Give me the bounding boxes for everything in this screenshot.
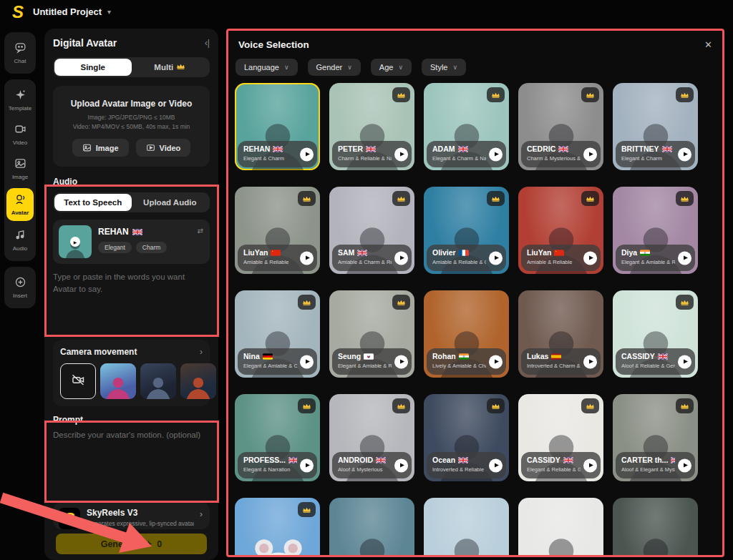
play-icon[interactable]: ▶: [70, 237, 80, 247]
play-voice-button[interactable]: [678, 458, 691, 472]
tab-upload-audio[interactable]: Upload Audio: [132, 194, 209, 211]
voice-card[interactable]: LukasIntroverted & Charm & ...: [518, 290, 603, 378]
video-icon: [146, 143, 155, 152]
sidebar-item-image[interactable]: Image: [4, 152, 36, 185]
voice-card[interactable]: [235, 498, 320, 557]
tab-multi[interactable]: Multi: [132, 59, 209, 76]
play-voice-button[interactable]: [300, 147, 314, 161]
project-menu[interactable]: Untitled Project ▾: [33, 6, 111, 17]
voice-card[interactable]: NinaElegant & Amiable & C...: [235, 290, 320, 378]
voice-card[interactable]: DiyaElegant & Amiable & R...: [613, 187, 698, 274]
play-icon: [684, 256, 688, 260]
voice-card[interactable]: LiuYanAmiable & Reliable: [235, 187, 320, 274]
voice-card[interactable]: CEDRICCharm & Mysterious & ...: [518, 83, 603, 170]
sidebar-item-video[interactable]: Video: [4, 118, 36, 151]
sidebar-item-avatar[interactable]: Avatar: [6, 188, 34, 221]
prompt-input[interactable]: Describe your avatar's motion. (optional…: [53, 431, 210, 439]
camera-none-option[interactable]: [60, 363, 96, 399]
sidebar-item-chat[interactable]: Chat: [4, 36, 36, 69]
close-icon[interactable]: ✕: [704, 39, 712, 50]
gb-flag-icon: [132, 229, 142, 235]
gb-flag-icon: [658, 353, 668, 360]
voice-card[interactable]: SAMAmiable & Charm & Rel...: [329, 187, 414, 274]
voice-card[interactable]: CASSIDYElegant & Reliable & G...: [518, 394, 603, 481]
voice-card[interactable]: BRITTNEYElegant & Charm: [613, 83, 698, 170]
filter-gender[interactable]: Gender∨: [308, 59, 361, 76]
play-voice-button[interactable]: [394, 251, 408, 265]
modal-title: Voice Selection: [238, 39, 309, 50]
generate-button[interactable]: Generate ✦ 0: [56, 534, 207, 554]
voice-card[interactable]: PROFESS...Elegant & Narration: [235, 394, 320, 481]
sidebar-item-template[interactable]: Template: [4, 84, 36, 117]
voice-label: CEDRICCharm & Mysterious & ...: [521, 141, 601, 167]
play-voice-button[interactable]: [300, 355, 314, 368]
upload-video-button[interactable]: Video: [136, 139, 191, 157]
camera-preset-thumbnail[interactable]: [180, 363, 216, 399]
voice-name: ADAM: [432, 144, 455, 153]
template-icon: [14, 89, 26, 104]
voice-card[interactable]: CARTER th...Aloof & Elegant & Myst...: [613, 394, 698, 481]
play-voice-button[interactable]: [394, 355, 408, 368]
voice-card[interactable]: [518, 498, 603, 557]
sidebar-item-label: Template: [9, 105, 31, 112]
model-selector[interactable]: S SkyReels V3 Generates expressive, lip-…: [53, 502, 210, 529]
voice-card[interactable]: OlivierAmiable & Reliable & G...: [424, 187, 509, 274]
filter-style[interactable]: Style∨: [422, 59, 466, 76]
voice-name: PROFESS...: [243, 456, 286, 464]
play-voice-button[interactable]: [489, 355, 503, 368]
collapse-panel-icon[interactable]: ‹|: [205, 38, 210, 48]
play-voice-button[interactable]: [300, 251, 314, 265]
play-voice-button[interactable]: [678, 147, 691, 161]
sidebar-item-label: Video: [13, 139, 27, 146]
voice-card[interactable]: OceanIntroverted & Reliable ...: [424, 394, 509, 481]
selected-voice-card[interactable]: ▶ REHAN ElegantCharm ⇄: [53, 220, 210, 264]
play-icon: [684, 152, 688, 157]
voice-card[interactable]: [613, 498, 698, 557]
play-voice-button[interactable]: [489, 458, 503, 472]
model-name: SkyReels V3: [87, 508, 194, 518]
play-voice-button[interactable]: [583, 355, 597, 368]
voice-card[interactable]: CASSIDYAloof & Reliable & Gen...: [613, 290, 698, 378]
play-voice-button[interactable]: [583, 147, 597, 161]
upload-image-button[interactable]: Image: [72, 139, 129, 157]
audio-label: Audio: [53, 177, 210, 187]
voice-card[interactable]: RohanLively & Amiable & Cha...: [424, 290, 509, 378]
play-voice-button[interactable]: [678, 251, 691, 265]
voice-name: REHAN: [98, 227, 129, 237]
tts-text-input[interactable]: Type or paste in the words you want Avat…: [53, 271, 210, 333]
play-voice-button[interactable]: [678, 355, 691, 368]
voice-card[interactable]: [329, 498, 414, 557]
voice-description: Elegant & Charm & Nar...: [432, 155, 486, 162]
voice-card[interactable]: ANDROIDAloof & Mysterious: [329, 394, 414, 481]
filter-age[interactable]: Age∨: [371, 59, 412, 76]
sidebar-item-insert[interactable]: Insert: [4, 271, 36, 304]
play-voice-button[interactable]: [300, 458, 314, 472]
play-voice-button[interactable]: [583, 458, 597, 472]
tab-single[interactable]: Single: [54, 59, 132, 76]
camera-preset-thumbnail[interactable]: [140, 363, 176, 399]
play-voice-button[interactable]: [394, 147, 408, 161]
premium-crown-icon: [392, 295, 410, 310]
voice-description: Elegant & Charm: [243, 155, 297, 162]
camera-preset-thumbnail[interactable]: [100, 363, 136, 399]
chevron-right-icon[interactable]: ›: [200, 347, 203, 357]
change-voice-icon[interactable]: ⇄: [198, 227, 203, 235]
play-voice-button[interactable]: [583, 251, 597, 265]
voice-card[interactable]: LiuYanAmiable & Reliable: [518, 187, 603, 274]
voice-card[interactable]: REHANElegant & Charm: [235, 83, 320, 170]
voice-card[interactable]: SeungElegant & Amiable & R...: [329, 290, 414, 378]
voice-card[interactable]: PETERCharm & Reliable & Nar...: [329, 83, 414, 170]
chevron-right-icon: ›: [200, 509, 203, 519]
upload-avatar-dropzone[interactable]: Upload Avatar Image or Video Image: JPG/…: [53, 86, 210, 167]
play-voice-button[interactable]: [394, 458, 408, 472]
voice-card[interactable]: [424, 498, 509, 557]
de-flag-icon: [263, 353, 273, 360]
voice-label: LukasIntroverted & Charm & ...: [521, 348, 601, 375]
tab-text-to-speech[interactable]: Text to Speech: [54, 194, 132, 211]
play-voice-button[interactable]: [489, 147, 503, 161]
play-voice-button[interactable]: [489, 251, 503, 265]
voice-card[interactable]: ADAMElegant & Charm & Nar...: [424, 83, 509, 170]
filter-language[interactable]: Language∨: [236, 59, 298, 76]
sidebar-item-audio[interactable]: Audio: [4, 224, 36, 257]
chat-icon: [14, 41, 26, 57]
